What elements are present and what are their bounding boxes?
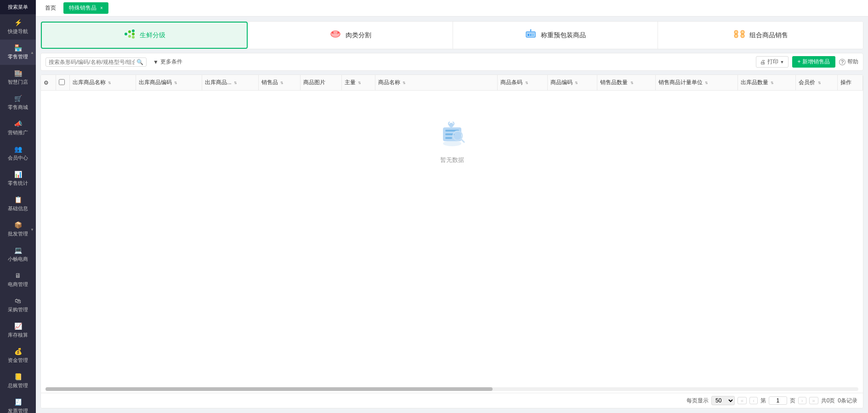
- svg-point-19: [741, 34, 744, 38]
- sidebar-item-member-center[interactable]: 👥 会员中心: [0, 141, 36, 166]
- ecom-mgmt-icon: 🖥: [15, 272, 21, 279]
- cat-tab-meat-cut-label: 肉类分割: [346, 31, 371, 40]
- sort-icon[interactable]: ⇅: [771, 81, 774, 85]
- th-out-spec[interactable]: 出库商品... ⇅: [202, 75, 258, 91]
- sidebar-item-ecom-mgmt[interactable]: 🖥 电商管理: [0, 267, 36, 293]
- search-box[interactable]: 🔍: [45, 57, 147, 67]
- cat-tab-fresh-grade[interactable]: 生鲜分级: [41, 22, 248, 49]
- sidebar-item-basic-info[interactable]: 📋 基础信息: [0, 191, 36, 217]
- cat-tab-weight-packed[interactable]: 称重预包装商品: [453, 22, 658, 49]
- sidebar-item-label: 采购管理: [8, 306, 28, 313]
- sidebar-item-smart-store[interactable]: 🏬 智慧门店: [0, 65, 36, 90]
- sort-icon[interactable]: ⇅: [108, 81, 111, 85]
- sidebar-item-general-ledger[interactable]: 📒 总账管理: [0, 368, 36, 394]
- horizontal-scrollbar[interactable]: [45, 387, 858, 391]
- th-product-name[interactable]: 商品名称 ⇅: [375, 75, 497, 91]
- cat-tab-combo-sales[interactable]: 组合商品销售: [658, 22, 863, 49]
- th-sales-unit[interactable]: 销售商品计量单位 ⇅: [655, 75, 738, 91]
- th-main-weight-label: 主量: [345, 79, 356, 86]
- sort-icon[interactable]: ⇅: [575, 81, 578, 85]
- sidebar-item-retail-stats[interactable]: 📊 零售统计: [0, 166, 36, 191]
- th-gear[interactable]: ⚙: [41, 75, 56, 91]
- sort-icon[interactable]: ⇅: [705, 81, 708, 85]
- total-records: 0条记录: [838, 397, 857, 405]
- sort-icon[interactable]: ⇅: [403, 81, 406, 85]
- sort-icon[interactable]: ⇅: [234, 81, 237, 85]
- fund-mgmt-icon: 💰: [14, 348, 22, 355]
- sort-icon[interactable]: ⇅: [818, 81, 821, 85]
- sidebar-item-invoice-mgmt[interactable]: 🧾 发票管理: [0, 394, 36, 413]
- sort-icon[interactable]: ⇅: [525, 81, 528, 85]
- sidebar-logo[interactable]: 搜索菜单: [0, 0, 36, 14]
- last-page-button[interactable]: »: [809, 397, 818, 404]
- th-product-code[interactable]: 商品编码 ⇅: [547, 75, 597, 91]
- sort-icon[interactable]: ⇅: [630, 81, 634, 85]
- tab-close-icon[interactable]: ×: [100, 6, 103, 11]
- sidebar-item-wholesale-mgmt[interactable]: 📦 批发管理: [0, 217, 36, 242]
- sidebar-item-label: 总账管理: [8, 382, 28, 389]
- svg-point-4: [132, 33, 135, 35]
- filter-button[interactable]: ▼ 更多条件: [150, 57, 185, 67]
- category-tabs: 生鲜分级 肉类分割: [40, 21, 863, 49]
- th-checkbox[interactable]: [56, 75, 69, 91]
- svg-point-8: [337, 32, 339, 34]
- prev-page-button[interactable]: ‹: [749, 397, 758, 404]
- select-all-checkbox[interactable]: [59, 79, 65, 85]
- sidebar-item-quick-nav[interactable]: ⚡ 快捷导航: [0, 14, 36, 40]
- inventory-icon: 📈: [14, 322, 22, 330]
- new-sales-item-label: + 新增销售品: [798, 58, 830, 66]
- sidebar-item-purchase-mgmt[interactable]: 🛍 采购管理: [0, 293, 36, 318]
- th-barcode[interactable]: 商品条码 ⇅: [498, 75, 548, 91]
- sidebar-item-fund-mgmt[interactable]: 💰 资金管理: [0, 343, 36, 368]
- th-out-name[interactable]: 出库商品名称 ⇅: [69, 75, 136, 91]
- svg-point-0: [125, 33, 127, 35]
- prev-page-icon: ‹: [753, 398, 755, 403]
- gear-icon[interactable]: ⚙: [44, 80, 49, 86]
- help-label: 帮助: [847, 58, 858, 66]
- cat-tab-meat-cut[interactable]: 肉类分割: [248, 22, 453, 49]
- table-wrap[interactable]: ⚙ 出库商品名称 ⇅ 出库商品编码 ⇅: [41, 75, 863, 385]
- th-out-code[interactable]: 出库商品编码 ⇅: [136, 75, 202, 91]
- th-sales-unit-label: 销售商品计量单位: [658, 79, 703, 86]
- sidebar-item-retail-mall[interactable]: 🛒 零售商城: [0, 90, 36, 115]
- sidebar-item-label: 零售管理: [8, 53, 28, 60]
- th-main-weight[interactable]: 主量 ⇅: [341, 75, 375, 91]
- scrollbar-thumb[interactable]: [45, 387, 493, 391]
- sort-icon[interactable]: ⇅: [280, 81, 284, 85]
- help-button[interactable]: ? 帮助: [839, 58, 858, 66]
- sort-icon[interactable]: ⇅: [174, 81, 177, 85]
- svg-point-15: [532, 34, 534, 36]
- th-out-name-label: 出库商品名称: [73, 79, 106, 86]
- sidebar-item-label: 库存核算: [8, 332, 28, 338]
- th-member-price[interactable]: 会员价 ⇅: [796, 75, 838, 91]
- toolbar-right: 🖨 打印 ▼ + 新增销售品 ? 帮助: [756, 56, 858, 68]
- th-sales-qty-label: 销售品数量: [600, 79, 628, 86]
- sidebar-item-mini-ecom[interactable]: 💻 小畅电商: [0, 242, 36, 267]
- new-sales-item-button[interactable]: + 新增销售品: [792, 56, 835, 68]
- sidebar-item-label: 快捷导航: [8, 28, 28, 35]
- th-sales-item[interactable]: 销售品 ⇅: [258, 75, 300, 91]
- search-input[interactable]: [49, 59, 135, 65]
- print-label: 打印: [767, 58, 778, 66]
- sidebar-item-retail-mgmt[interactable]: 🏪 零售管理: [0, 40, 36, 65]
- page-unit: 页: [790, 397, 795, 405]
- sidebar-item-sales-promo[interactable]: 📣 营销推广: [0, 115, 36, 141]
- th-out-qty[interactable]: 出库品数量 ⇅: [738, 75, 796, 91]
- page-number-input[interactable]: [769, 396, 787, 405]
- th-sales-qty[interactable]: 销售品数量 ⇅: [597, 75, 655, 91]
- sidebar-item-label: 营销推广: [8, 129, 28, 136]
- next-page-button[interactable]: ›: [798, 397, 806, 404]
- meat-cut-icon: [329, 29, 342, 41]
- first-page-button[interactable]: «: [738, 397, 747, 404]
- sort-icon[interactable]: ⇅: [358, 81, 361, 85]
- per-page-select[interactable]: 50 10 20 100: [711, 396, 735, 405]
- print-dropdown-icon: ▼: [780, 60, 784, 64]
- fresh-grade-icon: [123, 29, 136, 41]
- tab-special-sales[interactable]: 特殊销售品 ×: [63, 2, 108, 14]
- search-icon[interactable]: 🔍: [136, 59, 143, 65]
- empty-state: 暂无数据: [41, 91, 863, 192]
- sidebar-item-inventory[interactable]: 📈 库存核算: [0, 318, 36, 343]
- print-button[interactable]: 🖨 打印 ▼: [756, 56, 789, 68]
- tab-home[interactable]: 首页: [41, 2, 60, 14]
- th-product-code-label: 商品编码: [550, 79, 573, 86]
